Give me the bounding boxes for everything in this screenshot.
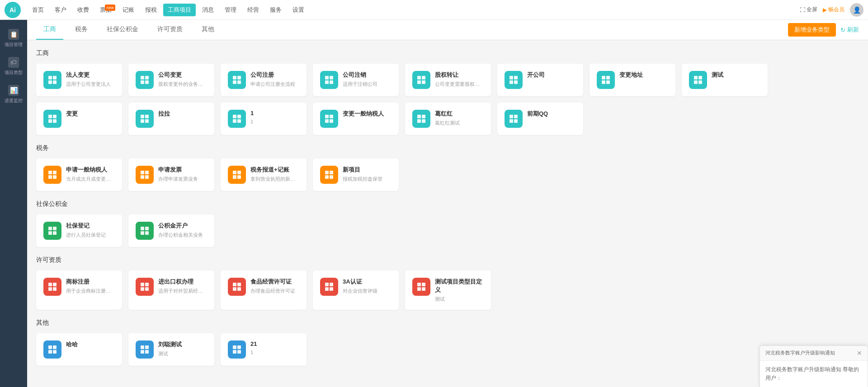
svg-rect-94	[325, 287, 329, 291]
card-name: 开公司	[527, 71, 576, 79]
card-icon	[228, 278, 246, 296]
card-变更[interactable]: 变更	[36, 103, 122, 135]
card-desc: 股权变更外的业务变更	[158, 81, 207, 88]
nav-item-设置[interactable]: 设置	[288, 4, 309, 16]
nav-item-消息[interactable]: 消息	[198, 4, 218, 16]
card-进出口权办理[interactable]: 进出口权办理 适用于对外贸易经营者	[128, 270, 214, 310]
nav-item-收费[interactable]: 收费	[73, 4, 94, 16]
svg-rect-97	[422, 283, 425, 286]
card-info: 哈哈	[66, 340, 115, 350]
card-公司注册[interactable]: 公司注册 申请公司注册全流程	[221, 64, 307, 96]
card-info: 新项目 报税加税控盘保管	[343, 166, 392, 182]
card-拉拉[interactable]: 拉拉	[128, 103, 214, 135]
sub-tab-其他[interactable]: 其他	[194, 20, 222, 40]
card-税务报道+记账[interactable]: 税务报道+记账 拿到营业执照的新公司	[221, 159, 307, 191]
card-info: 刘聪测试 测试	[158, 340, 207, 357]
card-3A认证[interactable]: 3A认证 对企业信誉评级	[313, 270, 399, 310]
card-股权转让[interactable]: 股权转让 公司变更需要股权转让	[405, 64, 491, 96]
card-食品经营许可证[interactable]: 食品经营许可证 办理食品经营许可证	[221, 270, 307, 310]
sidebar-item-进度监控[interactable]: 📊 进度监控	[0, 80, 27, 108]
section-title-许可资质: 许可资质	[36, 256, 859, 264]
card-前期QQ[interactable]: 前期QQ	[497, 103, 583, 135]
sidebar-item-项目类型[interactable]: 🏷 项目类型	[0, 52, 27, 80]
svg-rect-18	[417, 80, 421, 84]
card-变更地址[interactable]: 变更地址	[590, 64, 675, 96]
member-button[interactable]: ▶ 畅会员	[823, 6, 844, 14]
card-icon	[136, 340, 154, 359]
card-info: 社保登记 进行人员社保登记	[66, 222, 115, 238]
svg-rect-89	[237, 283, 241, 286]
card-1[interactable]: 1 1	[221, 103, 307, 135]
svg-rect-44	[325, 115, 329, 118]
svg-rect-49	[422, 115, 425, 118]
nav-item-报税[interactable]: 报税	[141, 4, 161, 16]
card-info: 法人变更 适用于公司变更法人	[66, 71, 115, 88]
nav-item-票据[interactable]: 票据new	[95, 4, 116, 16]
card-name: 新项目	[343, 166, 392, 174]
top-nav: Ai 首页客户收费票据new记账报税工商项目消息管理经营服务设置 ⛶ 全屏 ▶ …	[0, 0, 868, 20]
user-avatar[interactable]: 👤	[850, 3, 863, 17]
svg-rect-32	[48, 115, 52, 118]
nav-item-经营[interactable]: 经营	[243, 4, 264, 16]
card-公司变更[interactable]: 公司变更 股权变更外的业务变更	[128, 64, 214, 96]
nav-item-工商项目[interactable]: 工商项目	[163, 4, 196, 16]
nav-item-记账[interactable]: 记账	[118, 4, 139, 16]
card-icon	[689, 71, 707, 89]
card-测试项目类型目定义[interactable]: 测试项目类型目定义 测试	[405, 270, 491, 310]
sidebar-icon: 📋	[8, 29, 19, 40]
svg-rect-106	[141, 350, 144, 354]
svg-rect-100	[48, 345, 52, 349]
card-变更一般纳税人[interactable]: 变更一般纳税人	[313, 103, 399, 135]
fullscreen-button[interactable]: ⛶ 全屏	[800, 6, 817, 14]
card-申请一般纳税人[interactable]: 申请一般纳税人 当月或次月成变更完成	[36, 159, 122, 191]
svg-rect-31	[698, 80, 702, 84]
card-info: 变更	[66, 110, 115, 120]
svg-rect-55	[514, 119, 518, 123]
svg-rect-52	[509, 115, 513, 118]
svg-rect-65	[237, 171, 241, 174]
card-name: 刘聪测试	[158, 340, 207, 349]
sub-tab-许可资质[interactable]: 许可资质	[150, 20, 190, 40]
sub-tab-税务[interactable]: 税务	[68, 20, 95, 40]
card-葛红红[interactable]: 葛红红 葛红红测试	[405, 103, 491, 135]
svg-rect-17	[422, 76, 425, 79]
card-法人变更[interactable]: 法人变更 适用于公司变更法人	[36, 64, 122, 96]
card-公积金开户[interactable]: 公积金开户 办理公积金相关业务	[128, 214, 214, 247]
card-社保登记[interactable]: 社保登记 进行人员社保登记	[36, 214, 122, 247]
card-测试[interactable]: 测试	[682, 64, 768, 96]
card-开公司[interactable]: 开公司	[497, 64, 583, 96]
card-新项目[interactable]: 新项目 报税加税控盘保管	[313, 159, 399, 191]
sub-tab-工商[interactable]: 工商	[36, 20, 63, 40]
card-info: 变更一般纳税人	[343, 110, 392, 120]
card-商标注册[interactable]: 商标注册 用于企业商标注册服务	[36, 270, 122, 310]
chat-popup: 河北税务数字账户升级影响通知 ✕ 河北税务数字账户升级影响通知 尊敬的用户：	[760, 345, 868, 387]
nav-item-首页[interactable]: 首页	[28, 4, 48, 16]
svg-rect-68	[325, 171, 329, 174]
card-哈哈[interactable]: 哈哈	[36, 333, 122, 366]
refresh-button[interactable]: ↻ 刷新	[840, 26, 859, 34]
chat-close-button[interactable]: ✕	[857, 350, 862, 357]
card-公司注销[interactable]: 公司注销 适用于注销公司	[313, 64, 399, 96]
svg-rect-76	[141, 227, 144, 230]
svg-rect-69	[330, 171, 333, 174]
card-申请发票[interactable]: 申请发票 办理申请发票业务	[128, 159, 214, 191]
card-info: 公司变更 股权变更外的业务变更	[158, 71, 207, 88]
card-刘聪测试[interactable]: 刘聪测试 测试	[128, 333, 214, 366]
svg-rect-35	[53, 119, 57, 123]
svg-rect-33	[53, 115, 57, 118]
new-type-button[interactable]: 新增业务类型	[788, 23, 836, 37]
nav-item-管理[interactable]: 管理	[220, 4, 241, 16]
nav-item-客户[interactable]: 客户	[50, 4, 71, 16]
nav-item-服务[interactable]: 服务	[265, 4, 286, 16]
sub-tab-社保公积金[interactable]: 社保公积金	[99, 20, 146, 40]
svg-rect-91	[237, 287, 241, 291]
card-name: 变更地址	[619, 71, 668, 79]
card-name: 变更一般纳税人	[343, 110, 392, 118]
svg-rect-67	[237, 175, 241, 179]
card-info: 开公司	[527, 71, 576, 81]
card-info: 前期QQ	[527, 110, 576, 120]
sidebar-item-项目管理[interactable]: 📋 项目管理	[0, 24, 27, 52]
card-desc: 办理公积金相关业务	[158, 232, 207, 238]
card-icon	[136, 71, 154, 89]
card-21[interactable]: 21 1	[221, 333, 307, 366]
